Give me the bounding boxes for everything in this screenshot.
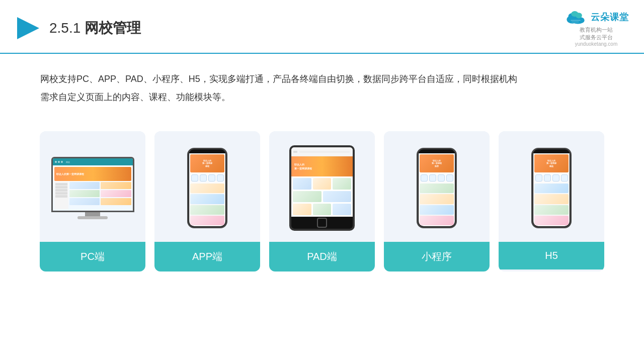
logo-subtitle: 教育机构一站 式服务云平台: [580, 26, 613, 41]
card-app-label: APP端: [154, 242, 260, 272]
svg-marker-0: [17, 17, 39, 39]
device-app-mock: 职达人的第一堂网课课程: [187, 148, 227, 228]
card-pad[interactable]: 职达人的第一堂网课课程: [269, 131, 375, 272]
header: 2.5.1 网校管理 云朵课堂 教育机构一站 式服务云平台 yunduoketa…: [0, 0, 644, 54]
card-miniprogram[interactable]: 职达人的第一堂课程推荐: [384, 131, 490, 272]
logo-brand-text: 云朵课堂: [591, 11, 629, 23]
card-app-image: 职达人的第一堂网课课程: [154, 131, 260, 242]
description-line2: 需求自定义页面上的内容、课程、功能模块等。: [40, 88, 604, 106]
play-icon: [15, 15, 41, 41]
page-title: 2.5.1 网校管理: [49, 19, 141, 38]
card-pad-image: 职达人的第一堂网课课程: [269, 131, 375, 242]
logo-cloud: 云朵课堂: [564, 9, 629, 25]
card-pc-label: PC端: [40, 242, 145, 272]
card-app[interactable]: 职达人的第一堂网课课程: [154, 131, 260, 272]
card-h5[interactable]: 职达人的第一堂网课精选: [499, 131, 604, 272]
cloud-icon: [564, 9, 588, 25]
svg-point-5: [571, 11, 578, 17]
card-pad-label: PAD端: [269, 242, 375, 272]
device-h5-mock: 职达人的第一堂网课精选: [531, 148, 572, 228]
description-line1: 网校支持PC、APP、PAD、小程序、H5，实现多端打通，产品各终端自由切换，数…: [40, 70, 604, 88]
description-text: 网校支持PC、APP、PAD、小程序、H5，实现多端打通，产品各终端自由切换，数…: [0, 54, 644, 116]
logo: 云朵课堂 教育机构一站 式服务云平台 yunduoketang.com: [564, 9, 629, 47]
card-h5-image: 职达人的第一堂网课精选: [499, 131, 604, 242]
card-miniprogram-label: 小程序: [384, 242, 490, 272]
device-pad-mock: 职达人的第一堂网课课程: [289, 145, 355, 231]
card-pc[interactable]: 网校 职达人的第一堂网课课程: [40, 131, 145, 272]
card-pc-image: 网校 职达人的第一堂网课课程: [40, 131, 145, 242]
platform-cards: 网校 职达人的第一堂网课课程: [0, 121, 644, 282]
device-miniprogram-mock: 职达人的第一堂课程推荐: [417, 148, 457, 228]
card-miniprogram-image: 职达人的第一堂课程推荐: [384, 131, 490, 242]
logo-url: yunduoketang.com: [575, 41, 618, 47]
device-pc-mock: 网校 职达人的第一堂网课课程: [51, 157, 134, 219]
header-left: 2.5.1 网校管理: [15, 15, 141, 41]
card-h5-label: H5: [499, 242, 604, 269]
